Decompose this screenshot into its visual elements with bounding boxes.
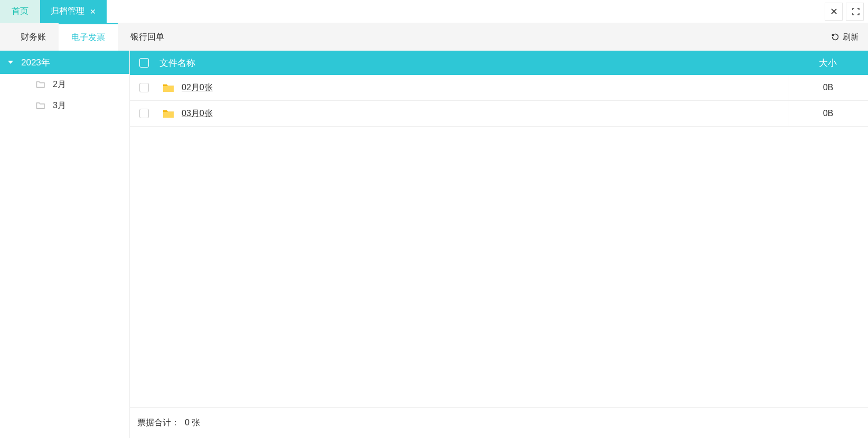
main: 2023年 2月 3月 文件名称 大小 02月0张 bbox=[0, 51, 868, 438]
table-row: 03月0张 0B bbox=[130, 101, 868, 127]
row-check-cell bbox=[130, 109, 158, 118]
folder-icon bbox=[36, 101, 45, 110]
tree-month-2[interactable]: 2月 bbox=[0, 74, 129, 95]
tree-month-label: 3月 bbox=[53, 100, 66, 111]
close-icon: ✕ bbox=[830, 6, 838, 17]
row-name-cell: 03月0张 bbox=[158, 108, 788, 119]
checkbox-select-all[interactable] bbox=[139, 58, 149, 68]
close-icon[interactable]: ✕ bbox=[90, 8, 96, 15]
folder-icon bbox=[36, 80, 45, 89]
tree-month-label: 2月 bbox=[53, 79, 66, 90]
row-name-cell: 02月0张 bbox=[158, 82, 788, 93]
col-select-all bbox=[130, 58, 158, 68]
refresh-button[interactable]: 刷新 bbox=[831, 32, 858, 42]
table-row: 02月0张 0B bbox=[130, 75, 868, 101]
sub-tab-bankreceipt-label: 银行回单 bbox=[130, 32, 164, 43]
table-header: 文件名称 大小 bbox=[130, 51, 868, 75]
tab-home-label: 首页 bbox=[12, 6, 29, 17]
close-all-button[interactable]: ✕ bbox=[825, 3, 843, 21]
row-checkbox[interactable] bbox=[139, 83, 149, 92]
sub-tab-finance[interactable]: 财务账 bbox=[8, 23, 59, 51]
sub-bar-right: 刷新 bbox=[831, 32, 868, 42]
caret-down-icon bbox=[7, 59, 14, 65]
footer-label: 票据合计： bbox=[137, 417, 180, 429]
sub-tab-bankreceipt[interactable]: 银行回单 bbox=[118, 23, 177, 51]
footer-summary: 票据合计： 0 张 bbox=[130, 407, 868, 438]
row-check-cell bbox=[130, 83, 158, 92]
tree-month-3[interactable]: 3月 bbox=[0, 95, 129, 116]
folder-icon bbox=[163, 83, 174, 92]
sub-tab-einvoice[interactable]: 电子发票 bbox=[59, 23, 118, 51]
row-size-cell: 0B bbox=[788, 101, 868, 126]
folder-icon bbox=[163, 109, 174, 118]
sub-tabs: 财务账 电子发票 银行回单 刷新 bbox=[0, 23, 868, 51]
row-checkbox[interactable] bbox=[139, 109, 149, 118]
folder-link[interactable]: 03月0张 bbox=[182, 108, 213, 119]
top-tabs: 首页 归档管理 ✕ ✕ bbox=[0, 0, 868, 23]
content-area: 文件名称 大小 02月0张 0B 03月0张 0B bbox=[130, 51, 868, 438]
col-header-name: 文件名称 bbox=[158, 57, 788, 69]
tree-year-2023[interactable]: 2023年 bbox=[0, 51, 129, 74]
sub-tab-einvoice-label: 电子发票 bbox=[71, 32, 105, 43]
refresh-label: 刷新 bbox=[843, 32, 858, 42]
sidebar-tree: 2023年 2月 3月 bbox=[0, 51, 130, 438]
tab-archive-label: 归档管理 bbox=[51, 6, 84, 17]
folder-link[interactable]: 02月0张 bbox=[182, 82, 213, 93]
tree-year-label: 2023年 bbox=[21, 56, 50, 69]
col-header-size: 大小 bbox=[788, 57, 868, 69]
fullscreen-icon bbox=[852, 7, 860, 16]
row-size-cell: 0B bbox=[788, 75, 868, 100]
sub-tab-finance-label: 财务账 bbox=[21, 32, 46, 43]
tab-home[interactable]: 首页 bbox=[0, 0, 40, 23]
refresh-icon bbox=[831, 33, 839, 41]
top-right-controls: ✕ bbox=[822, 3, 868, 21]
tab-archive-management[interactable]: 归档管理 ✕ bbox=[40, 0, 107, 23]
footer-count: 0 张 bbox=[185, 417, 200, 429]
fullscreen-button[interactable] bbox=[846, 3, 864, 21]
